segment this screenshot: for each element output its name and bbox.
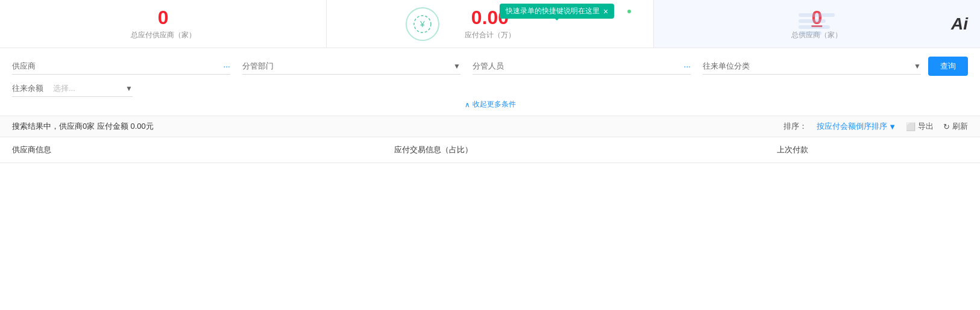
balance-dropdown-btn[interactable]: ▼ (125, 84, 133, 93)
export-icon: ⬜ (906, 122, 916, 131)
col-last-payment: 上次付款 (777, 144, 968, 155)
stat-overlay (654, 0, 980, 48)
tooltip-dot (626, 8, 632, 14)
tooltip-close-btn[interactable]: × (603, 7, 608, 16)
unit-type-dropdown-btn[interactable]: ▼ (914, 62, 921, 70)
supplier-field: 供应商 ··· (12, 58, 230, 75)
table-body (0, 163, 980, 310)
collapse-row: ∧ 收起更多条件 (12, 99, 968, 110)
dept-input[interactable] (278, 61, 453, 70)
refresh-button[interactable]: ↻ 刷新 (943, 121, 968, 132)
results-actions: 排序： 按应付会额倒序排序 ▼ ⬜ 导出 ↻ 刷新 (784, 121, 968, 132)
supplier-label: 供应商 (12, 61, 42, 72)
balance-label: 往来余额 (12, 83, 48, 94)
manager-label: 分管人员 (473, 61, 504, 72)
payable-suppliers-number: 0 (158, 7, 169, 28)
manager-dots-btn[interactable]: ··· (683, 61, 691, 71)
manager-field: 分管人员 ··· (473, 58, 691, 75)
stats-row: 0 总应付供应商（家） ¥ 0.00 应付合计（万） 快速录单的快捷键说明在这里… (0, 0, 980, 48)
search-row-2: 往来余额 选择... ▼ (12, 81, 968, 97)
tooltip-text: 快速录单的快捷键说明在这里 (506, 6, 600, 16)
sort-chevron-icon: ▼ (888, 122, 896, 131)
export-button[interactable]: ⬜ 导出 (906, 121, 934, 132)
balance-field: 往来余额 选择... ▼ (12, 81, 133, 97)
balance-placeholder: 选择... (53, 83, 125, 94)
supplier-input[interactable] (47, 61, 223, 70)
search-row-1: 供应商 ··· 分管部门 ▼ 分管人员 ··· 往来单位分类 ▼ 查询 (12, 57, 968, 76)
table-header: 供应商信息 应付交易信息（占比） 上次付款 (0, 137, 980, 163)
svg-text:¥: ¥ (419, 19, 425, 29)
payable-suppliers-label: 总应付供应商（家） (131, 30, 196, 40)
results-bar: 搜索结果中，供应商0家 应付金额 0.00元 排序： 按应付会额倒序排序 ▼ ⬜… (0, 116, 980, 137)
collapse-button[interactable]: ∧ 收起更多条件 (465, 99, 516, 110)
manager-input[interactable] (509, 61, 683, 70)
query-button[interactable]: 查询 (928, 57, 968, 76)
unit-type-input[interactable] (755, 61, 914, 70)
collapse-label: 收起更多条件 (473, 99, 516, 110)
shortcut-tooltip: 快速录单的快捷键说明在这里 × (500, 4, 614, 19)
sort-label: 排序： (784, 121, 807, 132)
dept-field: 分管部门 ▼ (242, 58, 460, 75)
supplier-dots-btn[interactable]: ··· (223, 61, 230, 71)
search-bar: 供应商 ··· 分管部门 ▼ 分管人员 ··· 往来单位分类 ▼ 查询 往来余额… (0, 48, 980, 116)
dept-label: 分管部门 (242, 61, 274, 72)
unit-type-field: 往来单位分类 ▼ (703, 58, 921, 75)
unit-type-label: 往来单位分类 (703, 61, 750, 72)
overlay-lines (799, 13, 835, 35)
sort-value-btn[interactable]: 按应付会额倒序排序 ▼ (817, 121, 896, 132)
col-supplier-info: 供应商信息 (12, 144, 394, 155)
total-suppliers-stat: 0 总供应商（家） Ai (654, 0, 980, 48)
payable-suppliers-stat: 0 总应付供应商（家） (0, 0, 327, 48)
payable-total-label: 应付合计（万） (465, 30, 515, 40)
refresh-label: 刷新 (952, 121, 968, 132)
data-table: 供应商信息 应付交易信息（占比） 上次付款 (0, 137, 980, 310)
sort-value-text: 按应付会额倒序排序 (817, 121, 887, 132)
dept-dropdown-btn[interactable]: ▼ (453, 62, 460, 70)
col-payable-info: 应付交易信息（占比） (394, 144, 776, 155)
payable-total-stat: ¥ 0.00 应付合计（万） 快速录单的快捷键说明在这里 × (327, 0, 653, 48)
results-info: 搜索结果中，供应商0家 应付金额 0.00元 (12, 121, 154, 132)
ai-badge: Ai (951, 14, 968, 34)
export-label: 导出 (918, 121, 934, 132)
refresh-icon: ↻ (943, 122, 950, 131)
collapse-chevron-icon: ∧ (465, 101, 470, 109)
payable-icon: ¥ (406, 7, 439, 41)
